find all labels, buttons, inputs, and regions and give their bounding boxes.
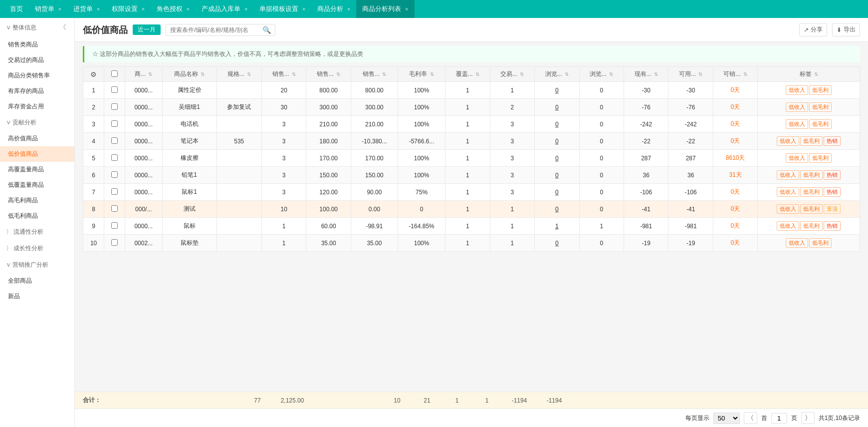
sidebar-item-high-margin[interactable]: 高毛利商品 (0, 193, 74, 208)
cell-checkbox[interactable] (104, 167, 125, 184)
cell-browse1[interactable]: 0 (535, 82, 579, 99)
info-icon: ☆ (92, 50, 100, 57)
first-page-btn[interactable]: 〈 (744, 412, 757, 424)
cell-browse1[interactable]: 0 (535, 133, 579, 150)
cell-browse1[interactable]: 0 (535, 201, 579, 218)
cell-checkbox[interactable] (104, 184, 125, 201)
sidebar-item-category-sales-rate[interactable]: 商品分类销售率 (0, 68, 74, 83)
nav-role[interactable]: 角色授权 × (151, 0, 196, 18)
nav-product-stock[interactable]: 产成品入库单 × (196, 0, 253, 18)
cell-gross-margin: 100% (398, 99, 445, 116)
sidebar-group-circulation[interactable]: 〉 流通性分析 (0, 224, 74, 240)
col-gear[interactable]: ⚙ (83, 67, 104, 82)
sidebar-item-high-coverage[interactable]: 高覆盖量商品 (0, 162, 74, 177)
share-btn[interactable]: ↗ 分享 (799, 23, 827, 36)
sidebar-group-contribution[interactable]: ∨ 贡献分析 (0, 114, 74, 131)
cell-browse1[interactable]: 0 (535, 99, 579, 116)
browse1-link[interactable]: 0 (555, 138, 559, 145)
cell-browse1[interactable]: 0 (535, 235, 579, 252)
nav-template[interactable]: 单据模板设置 × (253, 0, 311, 18)
nav-sales[interactable]: 销货单 × (29, 0, 67, 18)
tag-label: 低收入 (786, 85, 808, 95)
browse1-link[interactable]: 0 (555, 206, 559, 213)
gear-icon[interactable]: ⚙ (90, 70, 97, 78)
close-product-analysis[interactable]: × (347, 6, 350, 12)
sidebar-item-low-value[interactable]: 低价值商品 (0, 146, 74, 162)
sidebar-collapse-overall[interactable]: 《 (57, 22, 68, 33)
close-product-stock[interactable]: × (244, 6, 247, 12)
row-checkbox[interactable] (111, 171, 118, 178)
row-checkbox[interactable] (111, 222, 118, 229)
nav-permission[interactable]: 权限设置 × (106, 0, 151, 18)
search-input[interactable] (170, 26, 260, 33)
sidebar-group-overall[interactable]: ∨ 整体信息 《 (0, 18, 74, 37)
nav-home[interactable]: 首页 (4, 0, 29, 18)
sidebar-item-sales-products[interactable]: 销售类商品 (0, 37, 74, 52)
nav-product-analysis-list[interactable]: 商品分析列表 × (356, 0, 414, 18)
sidebar-group-marketing[interactable]: ∨ 营销推广分析 (0, 257, 74, 273)
cell-browse1[interactable]: 0 (535, 167, 579, 184)
cell-checkbox[interactable] (104, 201, 125, 218)
row-checkbox[interactable] (111, 103, 118, 110)
sidebar-item-stocked-products[interactable]: 有库存的商品 (0, 83, 74, 99)
row-checkbox[interactable] (111, 120, 118, 127)
tag-label: 低毛利 (800, 136, 823, 146)
browse1-link[interactable]: 0 (555, 240, 559, 247)
cell-checkbox[interactable] (104, 99, 125, 116)
close-purchase[interactable]: × (97, 6, 100, 12)
cell-code: 0000... (125, 82, 162, 99)
close-permission[interactable]: × (142, 6, 145, 12)
tag-label: 置顶 (824, 204, 841, 214)
next-page-btn[interactable]: 〉 (801, 412, 815, 424)
cell-tags: 低收入低毛利热销 (758, 167, 860, 184)
cell-checkbox[interactable] (104, 133, 125, 150)
cell-sale-amount: 150.00 (351, 167, 398, 184)
sidebar-item-inventory-capital[interactable]: 库存资金占用 (0, 99, 74, 114)
browse1-link[interactable]: 0 (555, 87, 559, 94)
cell-browse1[interactable]: 0 (535, 184, 579, 201)
sidebar-item-high-value[interactable]: 高价值商品 (0, 131, 74, 146)
sidebar-item-traded-products[interactable]: 交易过的商品 (0, 52, 74, 68)
select-all-checkbox[interactable] (111, 70, 118, 77)
export-btn[interactable]: ⬇ 导出 (832, 23, 860, 36)
sidebar-group-growth[interactable]: 〉 成长性分析 (0, 240, 74, 257)
time-tag-btn[interactable]: 近一月 (133, 24, 161, 35)
row-checkbox[interactable] (111, 86, 118, 93)
row-checkbox[interactable] (111, 137, 118, 144)
cell-checkbox[interactable] (104, 218, 125, 235)
cell-checkbox[interactable] (104, 150, 125, 167)
cell-sale-qty: 1 (261, 218, 306, 235)
sidebar-item-low-coverage[interactable]: 低覆盖量商品 (0, 177, 74, 193)
nav-product-analysis[interactable]: 商品分析 × (311, 0, 356, 18)
browse1-link[interactable]: 0 (555, 189, 559, 196)
sidebar-item-all-products[interactable]: 全部商品 (0, 273, 74, 289)
close-role[interactable]: × (187, 6, 190, 12)
row-checkbox[interactable] (111, 154, 118, 161)
cell-browse1[interactable]: 0 (535, 116, 579, 133)
browse1-link[interactable]: 0 (555, 172, 559, 179)
browse1-link[interactable]: 1 (555, 223, 559, 230)
close-sales[interactable]: × (58, 6, 61, 12)
cell-checkbox[interactable] (104, 82, 125, 99)
col-checkbox[interactable] (104, 67, 125, 82)
close-template[interactable]: × (302, 6, 305, 12)
browse1-link[interactable]: 0 (555, 155, 559, 162)
col-tags: 标签 ⇅ (758, 67, 860, 82)
per-page-select[interactable]: 50 20 100 (713, 413, 740, 424)
cell-browse1[interactable]: 1 (535, 218, 579, 235)
page-number-input[interactable] (771, 413, 787, 424)
cell-checkbox[interactable] (104, 235, 125, 252)
row-checkbox[interactable] (111, 239, 118, 246)
browse1-link[interactable]: 0 (555, 121, 559, 128)
sidebar-item-low-margin[interactable]: 低毛利商品 (0, 208, 74, 224)
browse1-link[interactable]: 0 (555, 104, 559, 111)
sidebar-item-new-products[interactable]: 新品 (0, 289, 74, 304)
cell-sale-qty: 1 (261, 235, 306, 252)
row-checkbox[interactable] (111, 188, 118, 195)
cell-browse1[interactable]: 0 (535, 150, 579, 167)
cell-checkbox[interactable] (104, 116, 125, 133)
nav-purchase[interactable]: 进货单 × (67, 0, 106, 18)
row-checkbox[interactable] (111, 205, 118, 212)
search-icon[interactable]: 🔍 (262, 26, 271, 34)
close-product-analysis-list[interactable]: × (405, 6, 408, 12)
